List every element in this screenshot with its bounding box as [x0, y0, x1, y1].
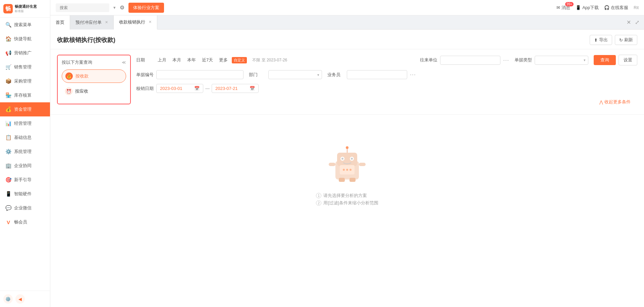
filter-field-staff: 业务员 ···: [327, 70, 416, 79]
tab-expand-button[interactable]: ⤢: [634, 18, 641, 27]
setting-button[interactable]: 设置: [619, 55, 637, 65]
staff-input[interactable]: [347, 70, 407, 79]
sidebar-item-basic-info[interactable]: 📋 基础信息: [0, 131, 50, 145]
partner-dots-button[interactable]: ···: [503, 57, 509, 64]
tab-receivable[interactable]: 收款核销执行 ✕: [114, 15, 157, 30]
logo-text-block: 畅捷通好生意 标准版: [15, 4, 37, 13]
step-2-text: 用[过滤]条件来缩小分析范围: [323, 200, 378, 206]
date-group: 上月 本月 本年 近7天 更多 自定义: [156, 56, 247, 64]
sidebar-item-finance[interactable]: 💰 资金管理: [0, 102, 50, 116]
calendar-to-icon: 📅: [250, 86, 255, 91]
tabbar: 首页 预付冲应付单 ✕ 收款核销执行 ✕ ✕ ⤢: [50, 15, 644, 30]
filter-option-label: 按收款: [75, 73, 89, 79]
sidebar-item-label: 快捷导航: [14, 36, 32, 42]
tab-close-button[interactable]: ✕: [625, 18, 632, 27]
sidebar-item-search-menu[interactable]: 🔍 搜索菜单: [0, 18, 50, 32]
solution-button[interactable]: 体验行业方案: [128, 3, 164, 13]
topbar: ▾ ⚙ 体验行业方案 ✉ 消息 99+ 📱 App下载 🎧 在线客服 Rit: [50, 0, 644, 15]
marketing-icon: 📢: [5, 50, 11, 56]
sidebar-item-label: 库存核算: [14, 92, 32, 98]
filter-option-by-receivable[interactable]: ⏰ 按应收: [62, 85, 126, 98]
tab-receivable-close-icon[interactable]: ✕: [149, 20, 152, 24]
step-1-text: 请先选择要分析的方案: [323, 193, 367, 199]
sidebar-item-sales[interactable]: 🛒 销售管理: [0, 60, 50, 74]
refresh-icon: ↻: [619, 38, 623, 43]
system-icon: ⚙️: [5, 149, 11, 155]
dropdown-chevron-icon[interactable]: ▾: [113, 5, 116, 10]
sidebar-item-enterprise[interactable]: 🏢 企业协同: [0, 159, 50, 173]
sidebar-item-label: 搜索菜单: [14, 22, 32, 28]
sidebar-item-label: 智能硬件: [14, 191, 32, 197]
filter-field-date-range-text: 不限 至 2023-07-26: [252, 57, 287, 63]
sidebar-item-member[interactable]: V 畅会员: [0, 215, 50, 229]
filter-form: 日期 上月 本月 本年 近7天 更多 自定义 不限 至 2023-07-26: [136, 55, 637, 106]
7-days-btn[interactable]: 近7天: [200, 56, 215, 64]
verify-date-from-input[interactable]: 2023-03-01 📅: [156, 84, 203, 93]
sidebar-item-wechat[interactable]: 💬 企业微信: [0, 201, 50, 215]
service-label: 在线客服: [611, 5, 628, 11]
date-label: 日期: [136, 57, 153, 63]
sidebar-item-operations[interactable]: 📊 经营管理: [0, 116, 50, 131]
purchase-icon: 📦: [5, 78, 11, 84]
wechat-icon: 💬: [5, 205, 11, 211]
dept-select[interactable]: [268, 70, 322, 79]
staff-dots-button[interactable]: ···: [410, 71, 416, 78]
this-year-btn[interactable]: 本年: [185, 56, 198, 64]
sidebar-item-marketing[interactable]: 📢 营销推广: [0, 46, 50, 60]
filter-collapse-button[interactable]: ≪: [122, 60, 126, 65]
user-name[interactable]: Rit: [634, 5, 639, 10]
sidebar-item-guide[interactable]: 🎯 新手引导: [0, 173, 50, 187]
prev-month-btn[interactable]: 上月: [156, 56, 168, 64]
more-btn[interactable]: 更多: [217, 56, 230, 64]
operations-icon: 📊: [5, 120, 11, 126]
doc-no-input[interactable]: [156, 70, 244, 79]
sidebar-settings-icon[interactable]: ⚙️: [3, 294, 13, 304]
filter-option-by-receipt[interactable]: 💰 按收款: [62, 69, 126, 83]
sidebar-item-quick-nav[interactable]: 🏠 快捷导航: [0, 32, 50, 46]
doc-type-select-wrapper: [535, 56, 588, 65]
sidebar-item-purchase[interactable]: 📦 采购管理: [0, 74, 50, 88]
filter-row-2: 单据编号 部门 业务员 ···: [136, 70, 637, 79]
this-month-btn[interactable]: 本月: [170, 56, 183, 64]
message-button[interactable]: ✉ 消息 99+: [556, 5, 570, 11]
topbar-gear-icon[interactable]: ⚙: [120, 4, 124, 11]
refresh-label: 刷新: [624, 37, 633, 43]
sidebar-item-hardware[interactable]: 📱 智能硬件: [0, 187, 50, 201]
app-label: App下载: [582, 5, 599, 11]
sidebar-item-system[interactable]: ⚙️ 系统管理: [0, 145, 50, 159]
enterprise-icon: 🏢: [5, 163, 11, 169]
tab-prepay[interactable]: 预付冲应付单 ✕: [70, 15, 114, 30]
filter-box-title-label: 按以下方案查询: [62, 59, 92, 65]
step-1-num: 1: [316, 193, 321, 198]
partner-input[interactable]: [440, 56, 500, 65]
collapse-more-section: ⋀ 收起更多条件: [136, 98, 637, 106]
quick-nav-icon: 🏠: [5, 36, 11, 42]
tab-home[interactable]: 首页: [50, 15, 70, 30]
custom-badge[interactable]: 自定义: [232, 57, 247, 63]
filter-field-partner: 往来单位 ···: [420, 56, 509, 65]
sidebar-item-label: 新手引导: [14, 177, 32, 183]
logo-app-name: 畅捷通好生意: [15, 4, 37, 9]
sales-icon: 🛒: [5, 64, 11, 70]
filter-option-label: 按应收: [75, 88, 88, 94]
filter-scheme-box: 按以下方案查询 ≪ 💰 按收款 ⏰ 按应收: [57, 55, 131, 104]
verify-date-to-value: 2023-07-21: [215, 86, 238, 91]
tab-prepay-close-icon[interactable]: ✕: [105, 20, 108, 24]
message-icon: ✉: [556, 5, 560, 10]
filter-area: 按以下方案查询 ≪ 💰 按收款 ⏰ 按应收: [50, 49, 644, 112]
verify-date-to-input[interactable]: 2023-07-21 📅: [212, 84, 259, 93]
online-service-button[interactable]: 🎧 在线客服: [604, 5, 628, 11]
topbar-search-input[interactable]: [56, 3, 109, 12]
sidebar-collapse-icon[interactable]: ◀: [15, 294, 25, 304]
refresh-button[interactable]: ↻ 刷新: [615, 35, 637, 45]
app-download-button[interactable]: 📱 App下载: [576, 5, 599, 11]
export-button[interactable]: ⬆ 导出: [590, 35, 612, 45]
member-icon: V: [5, 219, 11, 225]
sidebar-item-inventory[interactable]: 🏪 库存核算: [0, 88, 50, 102]
sidebar-nav: 🔍 搜索菜单 🏠 快捷导航 📢 营销推广 🛒 销售管理 📦 采购管理 🏪 库存核…: [0, 18, 50, 291]
staff-label: 业务员: [327, 72, 344, 78]
doc-type-select[interactable]: [535, 56, 588, 65]
svg-rect-10: [339, 178, 345, 182]
query-button[interactable]: 查询: [594, 55, 616, 65]
collapse-more-button[interactable]: ⋀ 收起更多条件: [599, 99, 631, 105]
